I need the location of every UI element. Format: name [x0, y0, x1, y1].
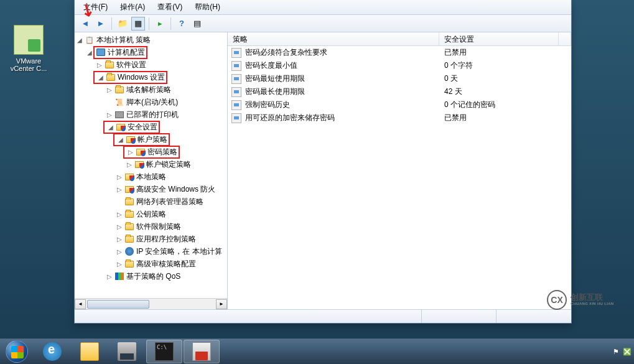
expander-icon[interactable]: ◢: [96, 74, 106, 81]
expander-icon[interactable]: ▷: [114, 211, 124, 218]
list-pane: 策略 安全设置 密码必须符合复杂性要求 已禁用 密码长度最小值 0 个字符 密码…: [228, 32, 571, 309]
status-pane-2: [422, 310, 496, 323]
toolbar: ◄ ► 📁 ▦ ▸ ? ▤: [75, 15, 571, 32]
tree-label: 域名解析策略: [126, 85, 171, 95]
tray-flag-icon[interactable]: ⚑: [613, 348, 619, 356]
expander-icon[interactable]: ▷: [124, 161, 134, 168]
up-button[interactable]: 📁: [116, 17, 129, 30]
server-manager-icon: [118, 342, 136, 361]
folder-icon: [124, 259, 134, 269]
scroll-thumb[interactable]: [87, 300, 149, 309]
gpedit-window: ↘ 文件(F) 操作(A) 查看(V) 帮助(H) ◄ ► 📁 ▦ ▸ ? ▤: [74, 0, 572, 324]
qos-icon: [114, 271, 124, 281]
tree-label: 计算机配置: [108, 47, 145, 58]
policy-name: 密码长度最小值: [245, 60, 297, 71]
scroll-left-button[interactable]: ◄: [75, 299, 86, 309]
tree-label: IP 安全策略，在 本地计算: [136, 246, 222, 257]
scroll-track[interactable]: [86, 299, 216, 309]
tree-scroll[interactable]: ◢ 📋 本地计算机 策略 ◢ 计算机配置 ▷: [75, 32, 227, 298]
tree-root[interactable]: ◢ 📋 本地计算机 策略: [75, 34, 227, 46]
policy-setting: 0 个记住的密码: [439, 100, 571, 110]
printer-icon: [114, 110, 124, 119]
tree-deployed-printers[interactable]: ▷ 已部署的打印机: [75, 108, 227, 121]
tree-password-policy[interactable]: ▷ 密码策略: [75, 146, 227, 158]
folder-icon: [105, 60, 114, 70]
tree-qos[interactable]: ▷ 基于策略的 QoS: [75, 270, 227, 282]
list-row[interactable]: 密码最长使用期限 42 天: [228, 85, 571, 98]
help-button[interactable]: ?: [175, 17, 189, 30]
policy-item-icon: [231, 74, 241, 84]
watermark-brand: 创新互联: [571, 292, 603, 302]
computer-icon: [96, 47, 106, 57]
tree-local-policies[interactable]: ▷ 本地策略: [75, 170, 227, 183]
tree-account-policies[interactable]: ◢ 帐户策略: [75, 133, 227, 146]
expander-icon[interactable]: ▷: [114, 186, 124, 193]
col-header-setting[interactable]: 安全设置: [439, 32, 559, 45]
tree-label: 已部署的打印机: [126, 110, 179, 120]
list-row[interactable]: 密码长度最小值 0 个字符: [228, 59, 571, 72]
policy-item-icon: [231, 100, 241, 110]
expander-icon[interactable]: ▷: [105, 273, 114, 280]
taskbar-item-cmd[interactable]: [146, 340, 182, 363]
taskbar-item-ie[interactable]: [34, 340, 70, 363]
tree-dns-policy[interactable]: ▷ 域名解析策略: [75, 83, 227, 96]
desktop-icon-vmware[interactable]: VMware vCenter C...: [5, 25, 52, 72]
col-header-spacer[interactable]: [559, 32, 571, 45]
tree-label: 高级安全 Windows 防火: [136, 184, 215, 195]
list-body: 密码必须符合复杂性要求 已禁用 密码长度最小值 0 个字符 密码最短使用期限 0…: [228, 46, 571, 309]
export-button[interactable]: ▸: [153, 17, 167, 30]
tree-ip-security[interactable]: ▷ IP 安全策略，在 本地计算: [75, 245, 227, 258]
toolbox-icon: [192, 342, 211, 361]
windows-orb-icon: [6, 340, 28, 363]
menu-action[interactable]: 操作(A): [114, 1, 151, 14]
expander-icon[interactable]: ▷: [114, 261, 124, 268]
show-tree-button[interactable]: ▦: [131, 17, 145, 30]
expander-icon[interactable]: ▷: [114, 223, 124, 230]
list-row[interactable]: 密码必须符合复杂性要求 已禁用: [228, 46, 571, 59]
list-row[interactable]: 用可还原的加密来储存密码 已禁用: [228, 111, 571, 124]
tree-software-restriction[interactable]: ▷ 软件限制策略: [75, 220, 227, 233]
policy-setting: 已禁用: [439, 47, 571, 58]
tree-h-scrollbar[interactable]: ◄ ►: [75, 298, 227, 309]
tree-computer-config[interactable]: ◢ 计算机配置: [75, 46, 227, 58]
tree-public-key[interactable]: ▷ 公钥策略: [75, 208, 227, 220]
expander-icon[interactable]: ▷: [114, 236, 124, 243]
view-button[interactable]: ▤: [190, 17, 204, 30]
system-tray[interactable]: ⚑ ❎: [613, 348, 634, 356]
tree-label: 高级审核策略配置: [136, 259, 196, 269]
start-button[interactable]: [0, 339, 34, 365]
list-row[interactable]: 密码最短使用期限 0 天: [228, 72, 571, 85]
tree-software-settings[interactable]: ▷ 软件设置: [75, 58, 227, 71]
expander-icon[interactable]: ▷: [105, 111, 114, 118]
policy-item-icon: [231, 48, 241, 58]
expander-icon[interactable]: ◢: [116, 136, 126, 143]
tree-network-list[interactable]: ▷ 网络列表管理器策略: [75, 195, 227, 208]
tray-notification-icon[interactable]: ❎: [623, 348, 632, 356]
menu-view[interactable]: 查看(V): [151, 1, 189, 14]
taskbar-item-server[interactable]: [109, 340, 145, 363]
menu-help[interactable]: 帮助(H): [189, 1, 226, 14]
taskbar-item-explorer[interactable]: [72, 340, 108, 363]
expander-icon[interactable]: ▷: [105, 86, 114, 93]
shield-folder-icon: [124, 172, 134, 182]
tree-app-control[interactable]: ▷ 应用程序控制策略: [75, 233, 227, 245]
tree-scripts[interactable]: ▷ 📜 脚本(启动/关机): [75, 96, 227, 108]
tree-lockout-policy[interactable]: ▷ 帐户锁定策略: [75, 158, 227, 170]
expander-icon[interactable]: ▷: [95, 62, 105, 68]
scroll-right-button[interactable]: ►: [216, 299, 227, 309]
tree-audit-config[interactable]: ▷ 高级审核策略配置: [75, 258, 227, 270]
tree-windows-firewall[interactable]: ▷ 高级安全 Windows 防火: [75, 183, 227, 195]
list-row[interactable]: 强制密码历史 0 个记住的密码: [228, 98, 571, 111]
shield-folder-icon: [134, 159, 144, 169]
expander-icon[interactable]: ▷: [114, 248, 124, 255]
expander-icon[interactable]: ◢: [106, 124, 116, 131]
tree-security-settings[interactable]: ◢ 安全设置: [75, 121, 227, 133]
tree-windows-settings[interactable]: ◢ Windows 设置: [75, 71, 227, 83]
policy-name: 密码必须符合复杂性要求: [245, 47, 327, 58]
taskbar-item-toolbox[interactable]: [184, 340, 220, 363]
nav-forward-button[interactable]: ►: [94, 17, 108, 30]
expander-icon[interactable]: ◢: [75, 37, 85, 44]
expander-icon[interactable]: ▷: [114, 174, 124, 180]
expander-icon[interactable]: ▷: [126, 149, 136, 156]
col-header-policy[interactable]: 策略: [228, 32, 439, 45]
